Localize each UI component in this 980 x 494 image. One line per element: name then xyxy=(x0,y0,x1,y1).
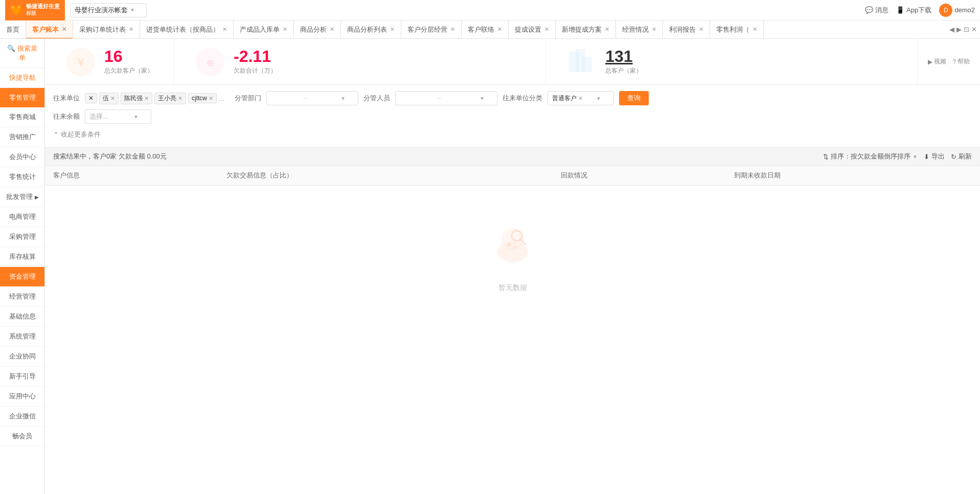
tab-customer-book-close[interactable]: ✕ xyxy=(62,26,66,33)
stat-card-total-clients: 131 总客户（家） xyxy=(546,39,918,84)
sidebar-item-member-center[interactable]: 会员中心 xyxy=(0,147,44,167)
export-button[interactable]: ⬇ 导出 xyxy=(924,152,945,161)
filter-dept-label: 分管部门 xyxy=(235,94,261,103)
sidebar-item-new-guide[interactable]: 新手引导 xyxy=(0,367,44,387)
video-label: 视频 xyxy=(934,57,946,66)
tab-inbound-stats-close[interactable]: ✕ xyxy=(222,26,227,33)
user-profile[interactable]: D demo2 xyxy=(939,4,975,17)
message-button[interactable]: 💬 消息 xyxy=(865,6,888,15)
sidebar-item-purchase-mgmt[interactable]: 采购管理 xyxy=(0,227,44,247)
nav-expand-icon[interactable]: ⊡ xyxy=(964,26,969,33)
tab-retail-profit-label: 零售利润（ xyxy=(716,25,749,34)
nav-next-icon[interactable]: ▶ xyxy=(956,26,962,33)
top-right-area: 💬 消息 📱 App下载 D demo2 xyxy=(865,4,975,17)
sidebar-item-wholesale-mgmt-label: 批发管理 xyxy=(6,192,33,201)
tab-retail-profit[interactable]: 零售利润（ ✕ xyxy=(710,20,764,39)
stats-row: ¥ 16 总欠款客户（家） ⊕ -2.11 欠款合计 xyxy=(45,39,980,85)
sidebar-item-system-mgmt[interactable]: 系统管理 xyxy=(0,327,44,347)
tab-customer-tier-close[interactable]: ✕ xyxy=(450,26,455,33)
filter-row-2: 往来余额 选择... ▼ xyxy=(53,109,972,124)
sidebar-item-basic-info[interactable]: 基础信息 xyxy=(0,307,44,327)
sidebar-item-finance-mgmt-label: 资金管理 xyxy=(9,272,36,281)
filter-tag-wu-close[interactable]: ✕ xyxy=(110,95,115,102)
tab-new-promo[interactable]: 新增提成方案 ✕ xyxy=(556,20,616,39)
sidebar-item-retail-mall[interactable]: 零售商城 xyxy=(0,107,44,127)
sidebar-item-inventory-check[interactable]: 库存核算 xyxy=(0,247,44,267)
tab-promo-settings-close[interactable]: ✕ xyxy=(544,26,549,33)
tab-product-analysis-list-close[interactable]: ✕ xyxy=(390,26,395,33)
tab-product-analysis[interactable]: 商品分析 ✕ xyxy=(294,20,341,39)
tab-product-inbound[interactable]: 产成品入库单 ✕ xyxy=(234,20,294,39)
tab-purchase-order[interactable]: 采购订单统计表 ✕ xyxy=(73,20,140,39)
stat-info-customers: 16 总欠款客户（家） xyxy=(104,48,153,75)
sidebar-item-wholesale-mgmt[interactable]: 批发管理 ▶ xyxy=(0,187,44,207)
query-button[interactable]: 查询 xyxy=(619,91,649,105)
tab-home[interactable]: 首页 xyxy=(0,20,26,39)
store-selector[interactable]: 母婴行业演示帐套 ▼ xyxy=(70,3,147,17)
tab-customer-book[interactable]: 客户账本 ✕ xyxy=(26,20,73,39)
tab-product-inbound-label: 产成品入库单 xyxy=(240,25,280,34)
sidebar-item-ecommerce-mgmt[interactable]: 电商管理 xyxy=(0,207,44,227)
logo-area: 🧡 畅捷通好生意 标版 xyxy=(5,0,65,20)
tab-inbound-stats[interactable]: 进货单统计表（按商品） ✕ xyxy=(140,20,234,39)
filter-person-chevron: ▼ xyxy=(480,96,485,101)
tab-profit-report-close[interactable]: ✕ xyxy=(699,26,703,33)
filter-unit-tags: ✕ 伍 ✕ 陈民强 ✕ 王小亮 ✕ cjttcw xyxy=(85,93,224,104)
tab-profit-report[interactable]: 利润报告 ✕ xyxy=(663,20,710,39)
col-repayment: 回款情况 xyxy=(553,166,726,186)
sidebar-item-marketing-label: 营销推广 xyxy=(9,132,36,142)
filter-tag-normal-customer[interactable]: 普通客户 ✕ xyxy=(552,94,583,103)
tab-home-label: 首页 xyxy=(6,25,19,34)
video-button[interactable]: ▶ 视频 xyxy=(928,57,946,66)
tab-product-analysis-list[interactable]: 商品分析列表 ✕ xyxy=(341,20,401,39)
filter-tag-cjttcw[interactable]: cjttcw ✕ xyxy=(188,93,217,103)
tab-customer-tier[interactable]: 客户分层经营 ✕ xyxy=(401,20,462,39)
tab-customer-book-label: 客户账本 xyxy=(32,25,59,34)
tab-customer-contact[interactable]: 客户联络 ✕ xyxy=(462,20,509,39)
sidebar-item-app-center[interactable]: 应用中心 xyxy=(0,387,44,407)
refresh-button[interactable]: ↻ 刷新 xyxy=(951,152,972,161)
filter-unit-class-select[interactable]: 普通客户 ✕ ▼ xyxy=(548,91,614,105)
tab-product-analysis-close[interactable]: ✕ xyxy=(330,26,334,33)
filter-dept-select[interactable]: ··· ▼ xyxy=(266,91,358,105)
filter-tag-normal-customer-close[interactable]: ✕ xyxy=(578,95,583,102)
filter-tag-chen[interactable]: 陈民强 ✕ xyxy=(121,93,152,104)
sidebar-item-finance-mgmt[interactable]: 资金管理 xyxy=(0,267,44,287)
sidebar-search[interactable]: 🔍 搜索菜单 xyxy=(0,39,44,68)
filter-tag-chen-close[interactable]: ✕ xyxy=(144,95,149,102)
collapse-button[interactable]: ⌃ 收起更多条件 xyxy=(53,128,972,141)
nav-prev-icon[interactable]: ◀ xyxy=(949,26,954,33)
tab-purchase-order-close[interactable]: ✕ xyxy=(129,26,133,33)
sidebar-item-marketing[interactable]: 营销推广 xyxy=(0,127,44,147)
sort-select[interactable]: ⇅ 排序：按欠款金额倒序排序 ▼ xyxy=(823,152,918,161)
collapse-up-icon: ⌃ xyxy=(53,131,59,139)
filter-unit-class-chevron: ▼ xyxy=(596,96,601,101)
sidebar-item-enterprise-wechat[interactable]: 企业微信 xyxy=(0,407,44,426)
tab-product-analysis-label: 商品分析 xyxy=(300,25,327,34)
sidebar-item-retail-stats[interactable]: 零售统计 xyxy=(0,167,44,187)
filter-tag-wu[interactable]: 伍 ✕ xyxy=(99,93,119,104)
filter-tag-wang[interactable]: 王小亮 ✕ xyxy=(154,93,186,104)
filter-tag-wang-close[interactable]: ✕ xyxy=(178,95,183,102)
tab-operation-status[interactable]: 经营情况 ✕ xyxy=(616,20,663,39)
sidebar-item-smooth-member[interactable]: 畅会员 xyxy=(0,426,44,446)
tab-retail-profit-close[interactable]: ✕ xyxy=(753,26,757,33)
sort-chevron: ▼ xyxy=(913,154,918,160)
filter-balance-select[interactable]: 选择... ▼ xyxy=(85,109,151,124)
tab-promo-settings[interactable]: 提成设置 ✕ xyxy=(509,20,556,39)
sidebar-item-operations-mgmt[interactable]: 经营管理 xyxy=(0,287,44,307)
filter-person-select[interactable]: ··· ▼ xyxy=(395,91,497,105)
sidebar-item-enterprise-collab[interactable]: 企业协同 xyxy=(0,347,44,367)
tab-product-inbound-close[interactable]: ✕ xyxy=(283,26,287,33)
stat-info-total-clients: 131 总客户（家） xyxy=(605,48,642,75)
help-button[interactable]: ? 帮助 xyxy=(952,57,970,66)
app-download-button[interactable]: 📱 App下载 xyxy=(896,6,931,15)
tab-operation-status-close[interactable]: ✕ xyxy=(652,26,656,33)
sidebar-quick-nav[interactable]: 快捷导航 xyxy=(0,68,44,88)
nav-close-all-icon[interactable]: ✕ xyxy=(971,26,977,33)
filter-more-button[interactable]: ... xyxy=(219,95,224,102)
tab-customer-contact-close[interactable]: ✕ xyxy=(497,26,502,33)
filter-tag-cjttcw-close[interactable]: ✕ xyxy=(209,95,213,102)
top-bar: 🧡 畅捷通好生意 标版 母婴行业演示帐套 ▼ 💬 消息 📱 App下载 D de… xyxy=(0,0,980,20)
tab-new-promo-close[interactable]: ✕ xyxy=(605,26,609,33)
